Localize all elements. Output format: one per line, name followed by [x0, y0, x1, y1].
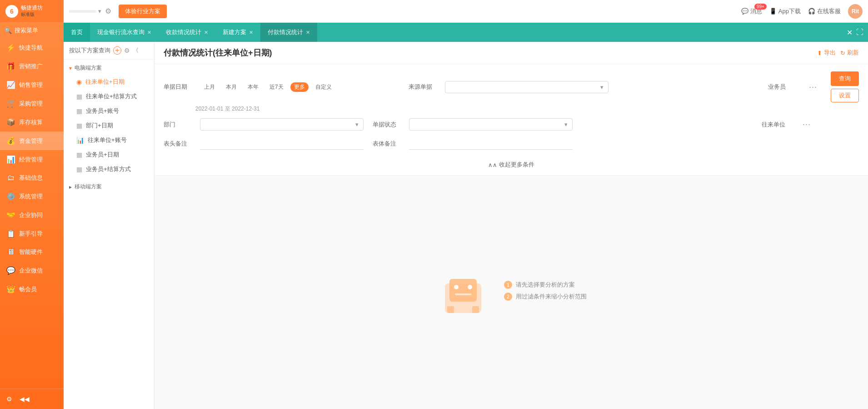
source-select[interactable] [445, 81, 609, 93]
scheme-item-partner-date[interactable]: ◉ 往来单位+日期 [64, 75, 154, 89]
scheme-item-partner-payment[interactable]: ▦ 往来单位+结算方式 [64, 89, 154, 104]
tab-new-plan[interactable]: 新建方案 ✕ [215, 23, 260, 42]
messages-btn[interactable]: 💬 消息 99+ [741, 7, 762, 15]
sidebar-collapse-btn[interactable]: ◀◀ [18, 394, 31, 404]
scheme-item-staff-date[interactable]: ▦ 业务员+日期 [64, 147, 154, 162]
tab-bank[interactable]: 现金银行流水查询 ✕ [90, 23, 159, 42]
scheme-item-partner-account[interactable]: 📊 往来单位+账号 [64, 133, 154, 147]
tab-new-plan-close[interactable]: ✕ [249, 30, 253, 35]
svg-rect-1 [449, 279, 477, 302]
scheme-item-icon-staff-date: ▦ [76, 151, 82, 158]
partner-label: 往来单位 [762, 121, 789, 129]
scheme-panel: 按以下方案查询 + ⚙ 《 电脑端方案 ◉ 往来单位+日期 ▦ [64, 42, 155, 409]
sidebar-item-basic[interactable]: 🗂 基础信息 [0, 169, 64, 187]
export-icon: ⬆ [817, 50, 822, 56]
tab-receipt[interactable]: 收款情况统计 ✕ [159, 23, 215, 42]
scheme-item-staff-account[interactable]: ▦ 业务员+账号 [64, 104, 154, 118]
sidebar-item-quick-nav[interactable]: ⚡ 快捷导航 [0, 38, 64, 57]
empty-text: 1 请先选择要分析的方案 2 用过滤条件来缩小分析范围 [504, 281, 587, 304]
sidebar-item-operations[interactable]: 📊 经营管理 [0, 150, 64, 169]
staff-label: 业务员 [768, 83, 795, 91]
sidebar-item-vip[interactable]: 👑 畅会员 [0, 280, 64, 298]
custom-date-btn[interactable]: 自定义 [311, 81, 336, 93]
tab-bank-close[interactable]: ✕ [147, 30, 151, 35]
operations-icon: 📊 [6, 155, 15, 164]
sales-icon: 📈 [6, 81, 15, 89]
user-name [69, 10, 96, 13]
sidebar-item-inventory[interactable]: 📦 库存核算 [0, 113, 64, 131]
dept-chevron-icon [355, 121, 359, 128]
message-icon: 💬 [741, 8, 748, 15]
sidebar-item-enterprise[interactable]: 🤝 企业协同 [0, 206, 64, 224]
export-btn[interactable]: ⬆ 导出 [817, 49, 836, 57]
filter-row-2: 部门 单据状态 往来单位 ··· [164, 117, 859, 131]
pc-group-header[interactable]: 电脑端方案 [64, 61, 154, 75]
sidebar-nav: ⚡ 快捷导航 🎁 营销推广 📈 销售管理 🛒 采购管理 📦 库存核算 💰 资金管… [0, 38, 64, 389]
scheme-item-staff-pay[interactable]: ▦ 业务员+结算方式 [64, 162, 154, 177]
inventory-icon: 📦 [6, 118, 15, 126]
tab-payment-close[interactable]: ✕ [306, 30, 310, 35]
this-month-btn[interactable]: 本月 [222, 81, 241, 93]
this-year-btn[interactable]: 本年 [244, 81, 263, 93]
query-actions: 查询 设置 [831, 71, 859, 102]
tab-payment[interactable]: 付款情况统计 ✕ [260, 23, 317, 42]
mobile-group-header[interactable]: 移动端方案 [64, 180, 154, 193]
pc-scheme-group: 电脑端方案 ◉ 往来单位+日期 ▦ 往来单位+结算方式 ▦ 业务员+账号 ▦ 部… [64, 60, 154, 178]
basic-icon: 🗂 [6, 174, 15, 182]
settings-icon[interactable]: ⚙ [105, 7, 111, 15]
dept-select[interactable] [200, 118, 364, 131]
tab-fullscreen-icon[interactable]: ⛶ [856, 28, 863, 36]
avatar[interactable]: Rit [848, 4, 863, 19]
tab-receipt-close[interactable]: ✕ [204, 30, 208, 35]
sidebar-item-wechat[interactable]: 💬 企业微信 [0, 261, 64, 280]
body-note-input[interactable] [409, 138, 573, 150]
scheme-collapse-btn[interactable]: 《 [133, 46, 139, 55]
scheme-item-dept-date[interactable]: ▦ 部门+日期 [64, 118, 154, 133]
scheme-item-icon-dept-date: ▦ [76, 122, 82, 129]
app-download-btn[interactable]: 📱 App下载 [769, 7, 801, 15]
sidebar-item-capital[interactable]: 💰 资金管理 [0, 131, 64, 150]
collapse-btn[interactable]: ∧∧ 收起更多条件 [488, 161, 534, 169]
beginner-icon: 📋 [6, 229, 15, 238]
scheme-add-icon[interactable]: + [113, 46, 121, 55]
sidebar-item-purchase[interactable]: 🛒 采购管理 [0, 94, 64, 113]
more-date-btn[interactable]: 更多 [290, 82, 309, 92]
empty-illustration [436, 270, 490, 315]
sidebar-item-hardware[interactable]: 🖥 智能硬件 [0, 243, 64, 261]
main-panel: 付款情况统计(往来单位+日期) ⬆ 导出 ↻ 刷新 单据日期 [155, 42, 868, 409]
top-header: ⚙ 体验行业方案 💬 消息 99+ 📱 App下载 🎧 在线客服 Rit [64, 0, 868, 23]
sidebar-item-marketing[interactable]: 🎁 营销推广 [0, 57, 64, 76]
header-note-label: 表头备注 [164, 140, 191, 148]
query-btn[interactable]: 查询 [831, 71, 859, 86]
staff-dots[interactable]: ··· [804, 80, 822, 94]
header-note-input[interactable] [200, 138, 364, 150]
sidebar-item-beginner[interactable]: 📋 新手引导 [0, 224, 64, 243]
message-badge: 99+ [754, 4, 767, 10]
last-month-btn[interactable]: 上月 [200, 81, 219, 93]
partner-dots[interactable]: ··· [798, 117, 815, 131]
user-dropdown-btn[interactable] [98, 8, 101, 15]
page-title: 付款情况统计(往来单位+日期) [164, 47, 817, 58]
sidebar-item-system[interactable]: ⚙️ 系统管理 [0, 187, 64, 206]
mobile-group-chevron [69, 184, 72, 190]
page-title-bar: 付款情况统计(往来单位+日期) ⬆ 导出 ↻ 刷新 [155, 42, 868, 64]
search-menu[interactable]: 🔍 搜索菜单 [0, 23, 64, 38]
sidebar-item-sales[interactable]: 📈 销售管理 [0, 76, 64, 94]
date-range-text: 2022-01-01 至 2022-12-31 [195, 106, 259, 112]
source-label: 来源单据 [409, 83, 436, 91]
quick-nav-icon: ⚡ [6, 43, 15, 52]
sidebar-settings-btn[interactable]: ⚙ [5, 394, 14, 404]
body-note-label: 表体备注 [373, 140, 400, 148]
scheme-header-actions: + ⚙ 《 [113, 46, 139, 55]
scheme-settings-icon[interactable]: ⚙ [124, 47, 130, 54]
tab-home[interactable]: 首页 [64, 23, 90, 42]
filter-settings-btn[interactable]: 设置 [831, 89, 859, 102]
voucher-status-select[interactable] [409, 118, 573, 131]
logo-icon: 6 [5, 5, 18, 18]
trial-btn[interactable]: 体验行业方案 [119, 5, 167, 18]
tab-close-all-icon[interactable]: ✕ [847, 28, 853, 37]
vip-icon: 👑 [6, 285, 15, 293]
refresh-btn[interactable]: ↻ 刷新 [840, 49, 859, 57]
online-service-btn[interactable]: 🎧 在线客服 [808, 7, 841, 15]
last-7days-btn[interactable]: 近7天 [265, 81, 288, 93]
